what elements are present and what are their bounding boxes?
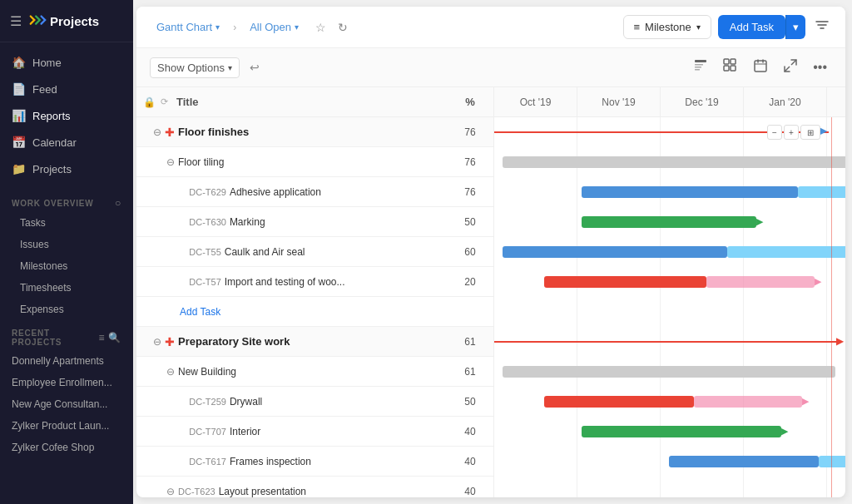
sidebar-item-milestones[interactable]: Milestones [0, 255, 133, 277]
row-dc-t57: ○ DC-T57 Import and testing of woo... 20 [136, 267, 493, 297]
reports-icon: 📊 [12, 109, 26, 122]
calendar-view-icon[interactable] [748, 55, 773, 80]
topbar-left: Gantt Chart ▾ › All Open ▾ ☆ ↻ [150, 17, 351, 37]
plus-control[interactable]: + [784, 125, 799, 140]
milestone-button[interactable]: ≡ Milestone ▾ [623, 15, 711, 39]
sidebar-item-timesheets[interactable]: Timesheets [0, 277, 133, 299]
month-feb: Feb'20 [827, 87, 845, 116]
dc-t57-pct: 20 [453, 276, 487, 288]
floor-tiling-bar [503, 156, 845, 168]
undo-button[interactable]: ↩ [246, 57, 263, 77]
gantt-column-headers: 🔒 ⟳ Title % [136, 87, 493, 117]
row-dc-t617: ○ DC-T617 Frames inspection 40 [136, 447, 493, 477]
milestone-pin-icon: ✚ [165, 126, 175, 139]
minus-control[interactable]: − [767, 125, 782, 140]
circle-icon: ○ [115, 197, 121, 209]
pct-column-header: % [453, 96, 487, 108]
export-icon[interactable] [688, 55, 713, 80]
expand-icon[interactable] [778, 55, 803, 80]
toggle-icon-2[interactable]: ⊖ [166, 156, 175, 168]
bar-row-dc-t630: ▶ [494, 207, 845, 237]
month-nov: Nov '19 [577, 87, 661, 116]
add-task-row[interactable]: Add Task [136, 297, 493, 327]
dc-t630-pct: 50 [453, 216, 487, 228]
dc-t707-title: Interior [230, 426, 453, 437]
add-task-link[interactable]: Add Task [180, 306, 220, 318]
project-zylker-product[interactable]: Zylker Product Laun... [0, 415, 133, 437]
hamburger-icon[interactable]: ☰ [10, 13, 22, 29]
show-options-button[interactable]: Show Options ▾ [150, 57, 240, 78]
star-icon[interactable]: ☆ [312, 17, 329, 37]
project-donnelly[interactable]: Donnelly Apartments [0, 350, 133, 372]
bar-row-new-building [494, 357, 845, 387]
new-building-pct: 61 [453, 366, 487, 378]
add-task-label: Add Task [730, 21, 774, 33]
bar-row-dc-t617: ▶ [494, 447, 845, 477]
filter-button[interactable] [812, 16, 832, 39]
search-icon: 🔍 [108, 332, 121, 343]
bar-row-preparatory: ▶ [494, 327, 845, 357]
logo-icon [28, 12, 47, 30]
grid-icon[interactable] [718, 55, 743, 80]
row-dc-t259: ○ DC-T259 Drywall 50 [136, 387, 493, 417]
add-task-dropdown[interactable]: ▾ [785, 15, 805, 39]
sidebar-item-projects-label: Projects [32, 163, 72, 175]
project-zylker-coffee[interactable]: Zylker Cofee Shop [0, 437, 133, 458]
projects-icon: 📁 [12, 162, 26, 175]
bar-controls: − + ⊞ [767, 125, 820, 140]
project-employee[interactable]: Employee Enrollmen... [0, 372, 133, 393]
sidebar-item-home[interactable]: 🏠 Home [0, 49, 133, 76]
sidebar: ☰ Projects 🏠 Home 📄 Feed 📊 Reports 📅 Cal… [0, 0, 133, 504]
toggle-icon-8[interactable]: ⊖ [166, 366, 175, 378]
toggle-icon-12[interactable]: ⊖ [166, 486, 175, 497]
sidebar-item-feed-label: Feed [32, 83, 57, 96]
sidebar-item-home-label: Home [32, 57, 62, 69]
milestone-icon: ≡ [634, 21, 641, 33]
toggle-icon-3[interactable]: ○ [180, 186, 186, 198]
dc-t617-code: DC-T617 [189, 457, 226, 467]
project-newage[interactable]: New Age Consultan... [0, 393, 133, 415]
toggle-icon-9: ○ [180, 396, 186, 408]
bar-row-dc-t629: ▶ [494, 177, 845, 207]
sidebar-item-reports[interactable]: 📊 Reports [0, 102, 133, 129]
add-task-button[interactable]: Add Task [718, 15, 785, 39]
sidebar-item-projects[interactable]: 📁 Projects [0, 156, 133, 182]
toggle-icon[interactable]: ⊖ [153, 126, 161, 138]
dc-t630-title: Marking [230, 216, 453, 228]
toggle-icon-10: ○ [180, 426, 186, 437]
sync-icon: ⟳ [161, 96, 168, 107]
toolbar-right: ••• [688, 55, 832, 80]
toolbar-left: Show Options ▾ ↩ [150, 57, 263, 78]
dc-t259-pct: 50 [453, 396, 487, 408]
row-dc-t630: ○ DC-T630 Marking 50 [136, 207, 493, 237]
recent-projects-section: RECENT PROJECTS ≡ 🔍 Donnelly Apartments … [0, 320, 133, 458]
floor-tiling-pct: 76 [453, 156, 487, 168]
toggle-icon-6: ○ [180, 276, 186, 288]
gantt-chart-breadcrumb[interactable]: Gantt Chart ▾ [150, 17, 226, 37]
topbar: Gantt Chart ▾ › All Open ▾ ☆ ↻ ≡ Milesto… [136, 7, 845, 48]
sidebar-item-calendar-label: Calendar [32, 136, 77, 149]
floor-finishes-pct: 76 [453, 126, 487, 138]
issues-label: Issues [20, 239, 49, 250]
toggle-icon-11: ○ [180, 456, 186, 467]
sidebar-item-issues[interactable]: Issues [0, 234, 133, 255]
dc-t630-arrow: ▶ [756, 216, 763, 227]
dc-t55-code: DC-T55 [189, 247, 221, 257]
bar-row-dc-t259: ▶ [494, 387, 845, 417]
refresh-icon[interactable]: ↻ [334, 17, 351, 37]
month-dec: Dec '19 [661, 87, 744, 116]
more-icon[interactable]: ••• [808, 57, 832, 78]
toggle-icon-7[interactable]: ⊖ [153, 336, 161, 348]
sidebar-item-tasks[interactable]: Tasks [0, 212, 133, 234]
dc-t57-arrow: ▶ [815, 276, 821, 287]
sidebar-item-feed[interactable]: 📄 Feed [0, 76, 133, 102]
row-dc-t629: ○ DC-T629 Adhesive application 76 [136, 177, 493, 207]
all-open-breadcrumb[interactable]: All Open ▾ [243, 17, 305, 37]
sidebar-item-calendar[interactable]: 📅 Calendar [0, 129, 133, 156]
lock-icon: 🔒 [143, 96, 156, 108]
bar-row-floor-finishes: ▶ − + ⊞ [494, 117, 845, 147]
expand-control[interactable]: ⊞ [800, 125, 820, 140]
sidebar-item-expenses[interactable]: Expenses [0, 299, 133, 320]
dc-t617-trail-bar [819, 456, 845, 467]
gantt-right-panel: Oct '19 Nov '19 Dec '19 Jan '20 Feb'20 M… [494, 87, 845, 497]
